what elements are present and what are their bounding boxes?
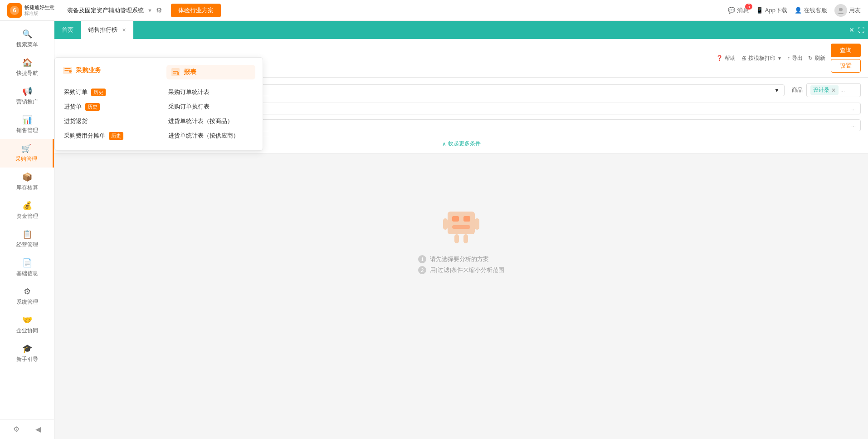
help-icon: ❓ [716,55,723,61]
menu-purchase-order-exec-label: 采购订单执行表 [168,103,210,111]
collapse-label: 收起更多条件 [448,140,481,148]
menu-inbound[interactable]: 进货单 历史 [62,99,151,114]
history-badge-inbound: 历史 [85,103,100,111]
refresh-label: 刷新 [814,54,825,62]
refresh-btn[interactable]: ↻ 刷新 [808,54,825,62]
menu-inbound-label: 进货单 [64,103,82,111]
search-icon: 🔍 [22,29,32,39]
app-download-label: App下载 [765,6,787,15]
basic-icon: 📄 [22,258,32,268]
marketing-icon: 📢 [22,86,32,96]
menu-inbound-stats-goods[interactable]: 进货单统计表（按商品） [166,114,256,128]
settings-bottom-icon[interactable]: ⚙ [13,425,20,434]
filter-salesperson-select[interactable]: ... [196,103,861,114]
sidebar-item-purchase[interactable]: 🛒 采购管理 [0,139,54,168]
app-download-btn[interactable]: 📱 App下载 [756,6,787,15]
print-label: 按模板打印 [748,54,775,62]
menu-purchase-expense-label: 采购费用分摊单 [64,132,105,140]
svg-rect-11 [443,218,448,230]
capital-icon: 💰 [22,201,32,211]
sidebar-item-marketing[interactable]: 📢 营销推广 [0,82,54,110]
customer-more[interactable]: ... [851,122,856,128]
sidebar-item-capital[interactable]: 💰 资金管理 [0,196,54,225]
salesperson-more[interactable]: ... [851,105,856,112]
goods-more[interactable]: ... [840,87,845,94]
menu-purchase-order-stats[interactable]: 采购订单统计表 [166,85,256,99]
print-dropdown-icon[interactable]: ▼ [777,56,782,61]
filter-salesperson: 业务员 ... [176,103,861,114]
sidebar-label-capital: 资金管理 [16,212,38,220]
tab-home[interactable]: 首页 [54,21,81,39]
close-all-icon[interactable]: ✕ [849,26,854,34]
tab-sales-ranking[interactable]: 销售排行榜 ✕ [81,21,133,39]
print-btn[interactable]: 🖨 按模板打印 ▼ [741,54,782,62]
export-btn[interactable]: ↑ 导出 [787,54,803,62]
menu-inbound-stats-supplier[interactable]: 进货单统计表（按供应商） [166,128,256,143]
svg-rect-10 [452,225,470,229]
empty-text: 1 请先选择要分析的方案 2 用[过滤]条件来缩小分析范围 [418,255,504,277]
sidebar-item-system[interactable]: ⚙ 系统管理 [0,282,54,311]
collapse-btn[interactable]: ∧ 收起更多条件 [442,140,481,148]
menu-purchase-order-stats-label: 采购订单统计表 [168,88,210,96]
home-icon: 🏠 [22,58,32,68]
export-icon: ↑ [787,55,790,61]
menu-return[interactable]: 进货退货 [62,114,151,128]
empty-icon [434,202,488,248]
report-section-title-text: 报表 [184,68,196,76]
sidebar-item-sales[interactable]: 📊 销售管理 [0,110,54,139]
sidebar-item-search-menu[interactable]: 🔍 搜索菜单 [0,25,54,53]
report-section-title: 报表 [166,65,256,79]
print-icon: 🖨 [741,55,746,61]
svg-rect-13 [454,234,459,243]
inventory-icon: 📦 [22,172,32,182]
sidebar-label-newbie: 新手引导 [16,355,38,363]
query-btn[interactable]: 查询 [831,44,861,57]
purchase-section-title-text: 采购业务 [76,66,101,74]
maximize-icon[interactable]: ⛶ [858,26,864,34]
close-tab-icon[interactable]: ✕ [122,27,126,33]
message-icon: 💬 [728,7,735,14]
system-dropdown-arrow[interactable]: ▼ [147,8,152,13]
filter-goods-label: 商品 [792,86,803,94]
sidebar-label-basic: 基础信息 [16,270,38,277]
tab-home-label: 首页 [62,26,73,34]
svg-rect-9 [463,216,470,222]
topbar-right: 💬 消息 5 📱 App下载 👤 在线客服 用友 [728,4,861,17]
collapse-sidebar-icon[interactable]: ◀ [35,425,41,434]
system-title-area: 装备及固定资产辅助管理系统 ▼ ⚙ [67,6,162,15]
sidebar-item-basic[interactable]: 📄 基础信息 [0,253,54,282]
menu-purchase-order[interactable]: 采购订单 历史 [62,85,151,99]
goods-tag-remove[interactable]: ✕ [831,87,836,94]
export-label: 导出 [792,54,803,62]
purchase-section-title: 采购业务 [62,65,151,79]
set-btn[interactable]: 设置 [831,59,861,73]
system-title: 装备及固定资产辅助管理系统 [67,6,144,15]
svg-point-2 [839,8,843,11]
sidebar-item-operations[interactable]: 📋 经营管理 [0,225,54,253]
online-service-btn[interactable]: 👤 在线客服 [795,6,827,15]
menu-purchase-expense[interactable]: 采购费用分摊单 历史 [62,128,151,143]
menu-purchase-order-exec[interactable]: 采购订单执行表 [166,99,256,114]
svg-point-4 [69,70,72,73]
help-btn[interactable]: ❓ 帮助 [716,54,736,62]
sidebar-item-inventory[interactable]: 📦 库存核算 [0,168,54,196]
sidebar-item-quick-nav[interactable]: 🏠 快捷导航 [0,53,54,82]
messages-btn[interactable]: 💬 消息 5 [728,6,749,15]
filter-status-select[interactable]: ▼ [223,84,785,96]
user-btn[interactable]: 用友 [834,4,861,17]
sidebar-label-inventory: 库存核算 [16,184,38,192]
sidebar-label-search: 搜索菜单 [16,41,38,49]
industry-btn[interactable]: 体验行业方案 [171,4,221,17]
svg-text:6: 6 [13,7,16,14]
goods-tag[interactable]: 设计桑 ✕ [810,85,839,95]
sidebar-item-enterprise[interactable]: 🤝 企业协同 [0,311,54,339]
service-icon: 👤 [795,7,802,14]
refresh-icon: ↻ [808,55,813,61]
sidebar-label-quicknav: 快捷导航 [16,69,38,77]
sidebar-item-newbie[interactable]: 🎓 新手引导 [0,339,54,368]
system-gear-icon[interactable]: ⚙ [156,6,162,15]
help-label: 帮助 [725,54,736,62]
tab-sales-ranking-label: 销售排行榜 [88,26,117,34]
page-body: 采购业务 采购订单 历史 进货单 历史 进货退货 采购费用分摊单 [54,39,868,290]
tab-bar-controls: ✕ ⛶ [849,26,868,34]
